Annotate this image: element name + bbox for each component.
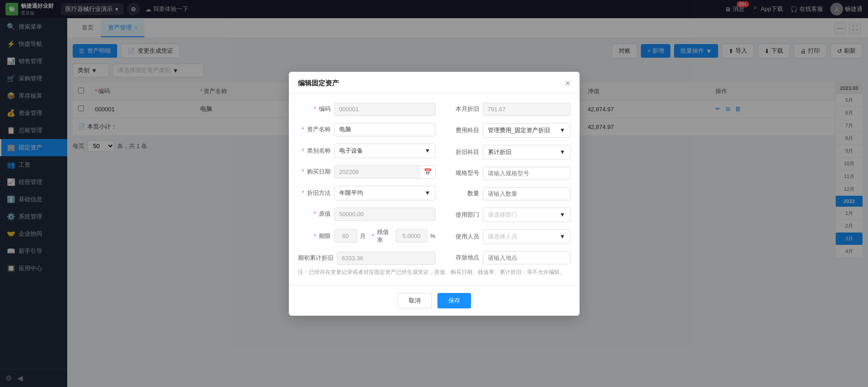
location-input[interactable]: [483, 251, 570, 264]
modal-title: 编辑固定资产: [298, 79, 339, 88]
asset-name-label: * 资产名称: [298, 125, 331, 134]
original-value-input[interactable]: [334, 208, 436, 221]
chevron-down-icon5: ▼: [425, 147, 431, 154]
depreciation-method-field-row: * 折旧方法 年限平均 ▼: [298, 186, 436, 200]
expense-account-select[interactable]: 管理费用_固定资产折旧 ▼: [483, 123, 570, 138]
purchase-date-input[interactable]: [335, 166, 420, 178]
initial-depreciation-field-row: 期初累计折旧: [298, 252, 436, 265]
dep-account-select[interactable]: 累计折旧 ▼: [483, 145, 570, 159]
dep-account-label: 折旧科目: [446, 148, 479, 156]
modal-footer: 取消 保存: [289, 285, 580, 316]
location-field-row: 存放地点: [446, 251, 570, 264]
purchase-date-input-wrapper: 📅: [334, 165, 436, 179]
period-required-star: *: [314, 233, 316, 239]
cancel-label: 取消: [409, 297, 421, 304]
residual-star: *: [372, 233, 374, 239]
department-select[interactable]: 请选择部门 ▼: [483, 208, 570, 222]
expense-account-value: 管理费用_固定资产折旧: [488, 126, 550, 134]
depreciation-method-select[interactable]: 年限平均 ▼: [334, 186, 436, 200]
form-grid: * 编码 * 资产名称: [298, 103, 570, 265]
asset-name-field-row: * 资产名称: [298, 123, 436, 136]
current-month-dep-input: [483, 103, 570, 116]
department-placeholder: 请选择部门: [488, 211, 517, 219]
save-label: 保存: [448, 297, 460, 304]
date-required-star: *: [302, 168, 304, 175]
period-field-row: * 期限 月 * 残值率 %: [298, 228, 436, 244]
category-field-row: * 类别名称 电子设备 ▼: [298, 144, 436, 158]
form-right-col: 本月折旧 费用科目 管理费用_固定资产折旧 ▼: [446, 103, 570, 265]
period-label: * 期限: [298, 232, 331, 240]
purchase-date-field-row: * 购买日期 📅: [298, 165, 436, 179]
residual-rate-input[interactable]: [396, 229, 427, 243]
code-input[interactable]: [334, 103, 436, 116]
spec-input[interactable]: [483, 167, 570, 180]
original-value-field-row: * 原值: [298, 208, 436, 221]
edit-asset-modal: 编辑固定资产 ✕ * 编码: [289, 72, 580, 316]
chevron-down-icon6: ▼: [425, 189, 431, 196]
expense-account-label: 费用科目: [446, 126, 479, 134]
modal-note: 注：已经存在变更记录或者对应固定资产已经生成凭证，原值、购买日期、残值率、累计折…: [298, 268, 570, 276]
modal-close-btn[interactable]: ✕: [565, 79, 570, 88]
quantity-label: 数量: [446, 189, 479, 198]
asset-name-input[interactable]: [334, 123, 436, 136]
initial-depreciation-label: 期初累计折旧: [298, 254, 333, 262]
department-label: 使用部门: [446, 211, 479, 219]
current-month-dep-label: 本月折旧: [446, 105, 479, 113]
person-label: 使用人员: [446, 233, 479, 241]
quantity-field-row: 数量: [446, 187, 570, 200]
percent-unit: %: [430, 233, 436, 239]
category-select-value: 电子设备: [339, 147, 363, 155]
person-field-row: 使用人员 请选择人员 ▼: [446, 229, 570, 244]
code-label: * 编码: [298, 105, 331, 113]
expense-account-field-row: 费用科目 管理费用_固定资产折旧 ▼: [446, 123, 570, 138]
original-value-label: * 原值: [298, 210, 331, 218]
residual-rate-label-inline: 残值率: [377, 228, 393, 244]
chevron-down-icon8: ▼: [560, 149, 565, 155]
category-name-label: * 类别名称: [298, 147, 331, 155]
period-input[interactable]: [334, 229, 357, 243]
code-required-star: *: [314, 105, 316, 112]
form-left-col: * 编码 * 资产名称: [298, 103, 436, 265]
name-required-star: *: [302, 126, 304, 133]
modal-overlay: 编辑固定资产 ✕ * 编码: [0, 0, 868, 387]
cancel-button[interactable]: 取消: [397, 293, 432, 308]
location-label: 存放地点: [446, 253, 479, 262]
chevron-down-icon10: ▼: [560, 233, 565, 240]
save-button[interactable]: 保存: [437, 293, 471, 308]
quantity-input[interactable]: [483, 187, 570, 200]
modal-body: * 编码 * 资产名称: [289, 94, 580, 285]
category-select[interactable]: 电子设备 ▼: [334, 144, 436, 158]
method-required-star: *: [302, 189, 304, 196]
period-inline: 月 * 残值率 %: [334, 228, 436, 244]
code-field-row: * 编码: [298, 103, 436, 116]
ov-required-star: *: [314, 210, 316, 217]
method-value: 年限平均: [339, 189, 363, 197]
current-month-dep-field-row: 本月折旧: [446, 103, 570, 116]
depreciation-method-label: * 折旧方法: [298, 189, 331, 197]
chevron-down-icon9: ▼: [560, 211, 565, 218]
cat-required-star: *: [302, 147, 304, 154]
purchase-date-label: * 购买日期: [298, 168, 331, 176]
calendar-icon[interactable]: 📅: [420, 168, 435, 175]
dep-account-field-row: 折旧科目 累计折旧 ▼: [446, 145, 570, 159]
period-unit: 月: [360, 232, 366, 240]
modal-header: 编辑固定资产 ✕: [289, 72, 580, 94]
person-placeholder: 请选择人员: [488, 233, 517, 241]
initial-depreciation-input[interactable]: [337, 252, 436, 265]
spec-label: 规格型号: [446, 169, 479, 177]
person-select[interactable]: 请选择人员 ▼: [483, 229, 570, 244]
chevron-down-icon7: ▼: [560, 127, 565, 134]
department-field-row: 使用部门 请选择部门 ▼: [446, 208, 570, 222]
dep-account-value: 累计折旧: [488, 148, 511, 156]
spec-field-row: 规格型号: [446, 167, 570, 180]
